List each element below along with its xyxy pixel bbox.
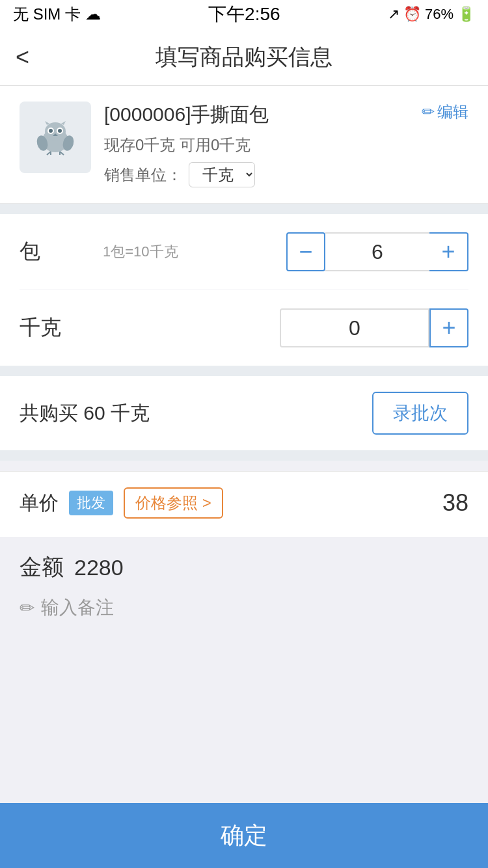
product-info: [0000006]手撕面包 现存0千克 可用0千克 销售单位： 千克	[104, 102, 409, 187]
bag-quantity-input[interactable]	[325, 232, 429, 271]
alarm-icon: ⏰	[403, 6, 421, 23]
bag-increment-button[interactable]: +	[429, 232, 468, 271]
sim-label: 无 SIM 卡 ☁	[13, 4, 101, 25]
price-value: 38	[442, 489, 468, 517]
note-placeholder[interactable]: 输入备注	[41, 595, 114, 620]
kg-quantity-input[interactable]	[280, 308, 429, 347]
summary-text: 共购买 60 千克	[20, 400, 150, 427]
status-time: 下午2:56	[208, 2, 280, 27]
page-title: 填写商品购买信息	[156, 42, 332, 72]
location-icon: ↗	[388, 6, 400, 23]
note-row[interactable]: ✏ 输入备注	[20, 595, 468, 620]
amount-section: 金额 2280 ✏ 输入备注	[0, 537, 488, 803]
battery-icon: 🔋	[457, 6, 475, 23]
product-unit-row: 销售单位： 千克	[104, 162, 409, 187]
svg-point-4	[49, 129, 53, 133]
bag-quantity-control: − +	[286, 232, 468, 271]
product-image	[20, 102, 91, 173]
price-row: 单价 批发 价格参照 > 38	[20, 487, 468, 519]
kg-label: 千克	[20, 314, 98, 342]
edit-button[interactable]: ✏ 编辑	[422, 102, 468, 122]
pencil-icon: ✏	[20, 597, 34, 619]
amount-row: 金额 2280	[20, 552, 468, 582]
svg-marker-8	[61, 121, 66, 125]
kg-input-row: 千克 +	[20, 290, 468, 366]
price-type-tag: 批发	[69, 491, 113, 515]
svg-marker-7	[45, 121, 49, 125]
separator-2	[0, 366, 488, 376]
kg-quantity-control: +	[280, 308, 468, 347]
edit-label: 编辑	[437, 102, 468, 122]
product-logo	[29, 118, 81, 157]
product-card: [0000006]手撕面包 现存0千克 可用0千克 销售单位： 千克 ✏ 编辑	[0, 86, 488, 204]
bag-sublabel: 1包=10千克	[103, 242, 286, 262]
price-ref-button[interactable]: 价格参照 >	[124, 487, 223, 519]
svg-point-5	[58, 129, 62, 133]
edit-icon: ✏	[422, 103, 435, 121]
bag-label: 包	[20, 237, 98, 266]
separator-1	[0, 204, 488, 214]
status-right: ↗ ⏰ 76% 🔋	[388, 6, 475, 23]
back-button[interactable]: <	[16, 44, 29, 71]
product-name: [0000006]手撕面包	[104, 102, 409, 128]
amount-label: 金额	[20, 552, 64, 582]
confirm-button[interactable]: 确定	[0, 803, 488, 868]
price-section: 单价 批发 价格参照 > 38	[0, 471, 488, 537]
product-stock: 现存0千克 可用0千克	[104, 135, 409, 156]
status-left: 无 SIM 卡 ☁	[13, 4, 101, 25]
amount-value: 2280	[74, 555, 124, 580]
price-label: 单价	[20, 490, 59, 517]
batch-button[interactable]: 录批次	[372, 392, 468, 435]
summary-section: 共购买 60 千克 录批次	[0, 376, 488, 450]
nav-bar: < 填写商品购买信息	[0, 29, 488, 86]
bag-decrement-button[interactable]: −	[286, 232, 325, 271]
unit-label: 销售单位：	[104, 165, 182, 185]
input-section: 包 1包=10千克 − + 千克 +	[0, 214, 488, 366]
kg-increment-button[interactable]: +	[429, 308, 468, 347]
unit-select[interactable]: 千克	[189, 162, 255, 187]
status-bar: 无 SIM 卡 ☁ 下午2:56 ↗ ⏰ 76% 🔋	[0, 0, 488, 29]
separator-3	[0, 450, 488, 461]
bag-input-row: 包 1包=10千克 − +	[20, 214, 468, 290]
battery-label: 76%	[425, 6, 454, 23]
